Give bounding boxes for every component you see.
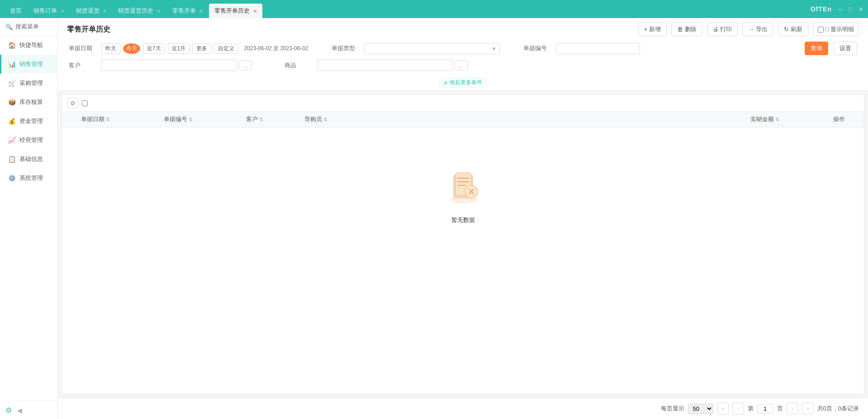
- sidebar-item-inventory[interactable]: 📦库存核算: [0, 93, 57, 112]
- tab-sales-return-history[interactable]: 销货退货历史×: [113, 4, 166, 18]
- per-page-select[interactable]: 50 100 200: [688, 404, 713, 414]
- col-customer[interactable]: 客户⇅: [241, 112, 299, 127]
- next-page-btn[interactable]: ›: [787, 403, 798, 414]
- sidebar-label-quick-nav: 快捷导航: [19, 41, 43, 49]
- page-title: 零售开单历史: [67, 25, 110, 34]
- refresh-button[interactable]: ↻ 刷新: [778, 23, 808, 36]
- tab-retail-open-history[interactable]: 零售开单历史×: [209, 4, 262, 18]
- per-page-label: 每页显示: [661, 405, 684, 413]
- date-btn-yesterday[interactable]: 昨天: [101, 43, 120, 54]
- sidebar-icon-inventory: 📦: [8, 99, 16, 106]
- maximize-btn[interactable]: □: [849, 6, 852, 13]
- date-range-display: 2023-06-02 至 2023-06-02: [244, 45, 308, 52]
- tab-close-retail-open-history[interactable]: ×: [253, 8, 257, 14]
- first-page-btn[interactable]: «: [717, 403, 729, 414]
- sidebar-item-purchase-mgmt[interactable]: 🛒采购管理: [0, 74, 57, 93]
- sidebar-item-operation[interactable]: 📈经营管理: [0, 131, 57, 150]
- page-number-input[interactable]: [757, 404, 773, 414]
- add-button[interactable]: + 新增: [638, 23, 667, 36]
- table-settings-btn[interactable]: ⚙: [67, 98, 78, 108]
- sidebar-label-finance: 资金管理: [19, 117, 43, 125]
- date-btn-7days[interactable]: 近7天: [143, 43, 165, 54]
- sidebar-item-quick-nav[interactable]: 🏠快捷导航: [0, 36, 57, 55]
- tab-close-retail-open[interactable]: ×: [199, 8, 203, 14]
- goods-filter-input[interactable]: [317, 60, 453, 71]
- total-info: 共0页，0条记录: [817, 405, 859, 413]
- tab-sales-return[interactable]: 销货退货×: [71, 4, 112, 18]
- search-button[interactable]: 查询: [805, 42, 828, 55]
- col-spacer: [370, 112, 745, 127]
- goods-filter-label: 商品: [285, 61, 312, 70]
- date-btn-more[interactable]: 更多: [192, 43, 211, 54]
- prev-page-btn[interactable]: ‹: [732, 403, 744, 414]
- settings-filter-button[interactable]: 设置: [834, 42, 857, 55]
- collapse-icon: ∧: [444, 80, 448, 86]
- sidebar-settings-icon[interactable]: ⚙: [5, 406, 12, 414]
- collapse-filter-btn[interactable]: ∧ 收起更多条件: [439, 77, 487, 88]
- sidebar-label-inventory: 库存核算: [19, 98, 43, 106]
- select-all-checkbox[interactable]: [82, 100, 88, 106]
- sidebar-icon-base-info: 📋: [8, 155, 16, 163]
- goods-ellipsis-btn[interactable]: ...: [455, 61, 468, 70]
- sidebar-label-sales-mgmt: 销售管理: [19, 60, 43, 68]
- minimize-btn[interactable]: ─: [838, 6, 842, 13]
- sidebar-icon-operation: 📈: [8, 137, 16, 144]
- col-date[interactable]: 单据日期⇅: [76, 112, 158, 127]
- pagination-bar: 每页显示 50 100 200 « ‹ 第 页 › » 共0页，0条记录: [58, 398, 868, 419]
- type-dropdown-icon: ▾: [493, 45, 496, 52]
- sidebar-item-sys-mgmt[interactable]: ⚙️系统管理: [0, 169, 57, 188]
- customer-ellipsis-btn[interactable]: ...: [239, 61, 252, 70]
- tab-sales-order[interactable]: 销售订单×: [28, 4, 70, 18]
- date-filter-buttons: 昨天 今天 近7天 近1月 更多 自定义: [101, 43, 238, 54]
- tab-retail-open[interactable]: 零售开单×: [167, 4, 209, 18]
- type-filter-select[interactable]: ▾: [364, 43, 500, 54]
- sidebar-icon-purchase-mgmt: 🛒: [8, 80, 16, 87]
- empty-state: 暂无数据: [62, 127, 864, 260]
- sidebar-search[interactable]: 🔍 搜索菜单: [0, 18, 57, 36]
- table-gear-icon: ⚙: [70, 100, 76, 107]
- date-btn-1month[interactable]: 近1月: [168, 43, 190, 54]
- last-page-btn[interactable]: »: [802, 403, 814, 414]
- sidebar-label-purchase-mgmt: 采购管理: [19, 79, 43, 87]
- col-guide[interactable]: 导购员⇅: [299, 112, 370, 127]
- export-button[interactable]: → 导出: [742, 23, 773, 36]
- page-prefix: 第: [748, 405, 754, 413]
- number-filter-label: 单据编号: [523, 44, 550, 52]
- sidebar-icon-sys-mgmt: ⚙️: [8, 174, 16, 182]
- sidebar-search-label: 搜索菜单: [15, 23, 39, 31]
- app-title: OfTEn: [811, 5, 832, 13]
- tab-close-sales-return[interactable]: ×: [103, 8, 107, 14]
- sidebar-item-sales-mgmt[interactable]: 📊销售管理: [0, 55, 57, 74]
- sidebar-collapse-icon[interactable]: ◀: [17, 407, 22, 414]
- col-amount[interactable]: 实销金额⇅: [745, 112, 828, 127]
- tab-close-sales-return-history[interactable]: ×: [157, 8, 161, 14]
- date-btn-custom[interactable]: 自定义: [214, 43, 238, 54]
- col-actions: 操作: [828, 112, 864, 127]
- sidebar-label-operation: 经营管理: [19, 136, 43, 144]
- empty-text: 暂无数据: [451, 216, 475, 224]
- page-suffix: 页: [777, 405, 783, 413]
- col-number[interactable]: 单据编号⇅: [158, 112, 241, 127]
- collapse-label: 收起更多条件: [450, 79, 482, 86]
- print-button[interactable]: 🖨 打印: [707, 23, 738, 36]
- date-filter-label: 单据日期: [69, 44, 96, 52]
- sidebar-icon-finance: 💰: [8, 118, 16, 125]
- sidebar-label-sys-mgmt: 系统管理: [19, 174, 43, 182]
- col-checkbox: [62, 112, 76, 127]
- display-detail-checkbox[interactable]: [818, 27, 824, 33]
- data-table: 单据日期⇅ 单据编号⇅ 客户⇅ 导购员⇅ 实销金额⇅ 操作: [62, 112, 864, 127]
- tab-close-sales-order[interactable]: ×: [61, 8, 64, 14]
- display-detail-toggle[interactable]: □ 显示明细: [813, 23, 859, 36]
- delete-button[interactable]: 🗑 删除: [671, 23, 702, 36]
- sidebar-icon-quick-nav: 🏠: [8, 42, 16, 49]
- sidebar-item-base-info[interactable]: 📋基础信息: [0, 150, 57, 169]
- customer-filter-input[interactable]: [101, 60, 237, 71]
- search-icon: 🔍: [5, 24, 13, 30]
- sidebar-item-finance[interactable]: 💰资金管理: [0, 112, 57, 131]
- number-filter-input[interactable]: [556, 43, 640, 54]
- date-btn-today[interactable]: 今天: [123, 43, 140, 54]
- sidebar-icon-sales-mgmt: 📊: [8, 61, 16, 68]
- type-filter-label: 单据类型: [332, 44, 359, 52]
- close-window-btn[interactable]: ✕: [859, 6, 863, 13]
- tab-home[interactable]: 首页: [5, 4, 27, 18]
